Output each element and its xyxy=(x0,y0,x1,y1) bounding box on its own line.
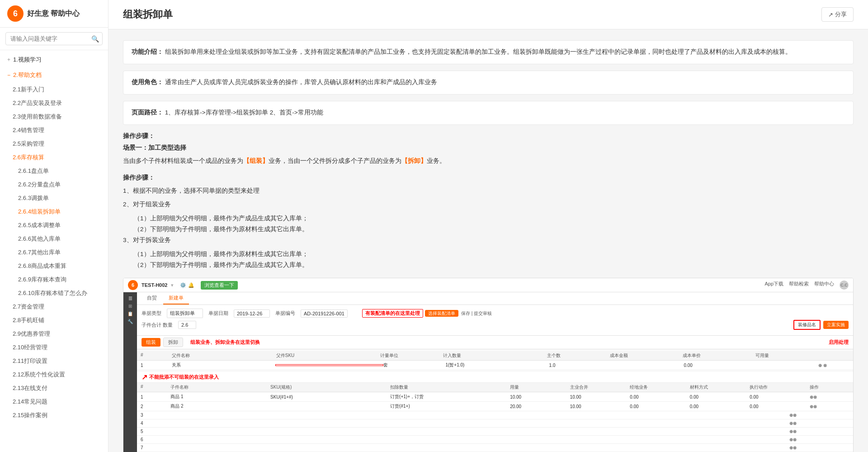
search-box[interactable]: 🔍 xyxy=(0,28,108,50)
sidebar-item-266[interactable]: 2.6.6其他入库单 xyxy=(0,232,108,246)
mock-topbar-icons: ⚙️ 🔔 xyxy=(180,282,194,288)
mock-cr6-op: ⊕⊗ xyxy=(789,437,849,442)
sidebar-item-261[interactable]: 2.6.1盘点单 xyxy=(0,164,108,178)
mock-cr1-main: 10.00 xyxy=(570,395,630,400)
mock-sidebar-icon-4: 🔧 xyxy=(127,319,133,324)
mock-child-row-5: 5 ⊕⊗ xyxy=(137,428,853,436)
mock-form-qty[interactable]: 2.6 xyxy=(178,321,196,329)
mock-cr1-op: ⊕⊗ xyxy=(810,395,849,400)
mock-parent-row-1: 1 关系 套 1(暂+1.0) 1.0 0.00 ⊕ ⊗ xyxy=(137,361,853,370)
sidebar-item-212[interactable]: 2.12系统个性化设置 xyxy=(0,368,108,381)
mock-cr5-idx: 5 xyxy=(141,429,186,434)
nav-group-title-docs[interactable]: − 2.帮助文档 xyxy=(0,67,108,83)
sidebar-item-264[interactable]: 2.6.4组装拆卸单 xyxy=(0,205,108,219)
mock-cr2-main: 10.00 xyxy=(570,404,630,409)
mock-tr-p1-unit: 套 xyxy=(383,362,445,368)
sidebar-item-268[interactable]: 2.6.8商品成本重算 xyxy=(0,259,108,273)
step-2: 2、对于组装业务 xyxy=(123,199,854,210)
sidebar-item-28[interactable]: 2.8手机旺铺 xyxy=(0,314,108,327)
mock-annotation-area1: 有装配清单的在这里处理 选择装配清单 保存 | 提交审核 xyxy=(362,309,492,318)
mock-child-row-3: 3 ⊕⊗ xyxy=(137,411,853,419)
sidebar-item-213[interactable]: 2.13在线支付 xyxy=(0,381,108,395)
sidebar-item-269[interactable]: 2.6.9库存账本查询 xyxy=(0,273,108,286)
mock-tr-p1-sku[interactable] xyxy=(275,364,383,366)
page-title: 组装拆卸单 xyxy=(123,8,173,21)
mock-browse-btn[interactable]: 浏览查看一下 xyxy=(201,281,238,290)
mock-form-type-input[interactable]: 组装拆卸单 xyxy=(167,309,203,318)
mock-tr-p1-mainqty: 1.0 xyxy=(549,363,611,368)
mock-form-row2-label: 子件合计 数量 xyxy=(142,322,173,328)
sidebar-item-22[interactable]: 2.2产品安装及登录 xyxy=(0,96,108,110)
nav-group-title-videos[interactable]: + 1.视频学习 xyxy=(0,52,108,67)
mock-sidebar-icon-1: ☰ xyxy=(128,296,132,301)
mock-th-main-qty: 主个数 xyxy=(547,352,609,359)
mock-child-table-header: # 子件名称 SKU(规格) 扣除数量 用量 主业合并 经地业务 材料方式 执行… xyxy=(137,383,853,392)
mock-link-app[interactable]: App下载 xyxy=(764,281,783,290)
mock-th-ops xyxy=(818,352,849,359)
mock-type-tab-disassemble[interactable]: 拆卸 xyxy=(163,338,183,347)
share-icon: ↗ xyxy=(828,11,833,18)
mock-cr2-deduct: 订货(#1+) xyxy=(390,403,510,409)
mock-cr4-op: ⊕⊗ xyxy=(789,421,849,426)
sidebar-item-211[interactable]: 2.11打印设置 xyxy=(0,354,108,368)
share-button[interactable]: ↗ 分享 xyxy=(821,7,854,22)
sidebar-item-214[interactable]: 2.14常见问题 xyxy=(0,395,108,409)
sidebar-item-27[interactable]: 2.7资金管理 xyxy=(0,300,108,314)
mock-sidebar-icon-3: 📋 xyxy=(127,311,133,316)
search-input[interactable] xyxy=(5,32,103,45)
mock-th-parent-name: 父件名称 xyxy=(172,352,276,359)
step-1: 1、根据不同的业务，选择不同单据的类型来处理 xyxy=(123,186,854,196)
mock-confirm-btn[interactable]: 立案实施 xyxy=(823,321,849,329)
sidebar-item-26[interactable]: 2.6库存核算 xyxy=(0,151,108,164)
mock-link-help[interactable]: 帮助检索 xyxy=(789,281,809,290)
sidebar-item-25[interactable]: 2.5采购管理 xyxy=(0,137,108,151)
mock-cth-sku: SKU(规格) xyxy=(270,384,390,390)
sidebar-item-23[interactable]: 2.3使用前数据准备 xyxy=(0,110,108,124)
mock-type-tab-active[interactable]: 组装 xyxy=(142,338,160,347)
mock-arrow-icon: ↗ xyxy=(142,373,147,381)
mock-sidebar-icon-2: ⊞ xyxy=(128,304,132,309)
mock-cr7-op: ⊕⊗ xyxy=(789,445,849,450)
mock-red-box-input[interactable]: 装修品名 xyxy=(793,320,821,330)
mock-form-num-input[interactable]: AD-20191226-001 xyxy=(301,309,348,318)
nav-prefix-videos: + xyxy=(7,57,10,63)
mock-btn-choose[interactable]: 选择装配清单 xyxy=(425,310,458,317)
mock-th-unit: 计量单位 xyxy=(380,352,443,359)
mock-form-type-label: 单据类型 xyxy=(142,310,161,317)
mock-choose-btn[interactable]: 选择装配清单 xyxy=(425,310,458,317)
sidebar-item-21[interactable]: 2.1新手入门 xyxy=(0,83,108,96)
mock-th-cost: 成本金额 xyxy=(610,352,683,359)
step-3-1: （1）上部明细为父件明细，最终作为原材料生成其它出库单； xyxy=(123,249,854,260)
sidebar-item-263[interactable]: 2.6.3调拨单 xyxy=(0,191,108,205)
step-2-1: （1）上部明细为父件明细，最终作为产成品生成其它入库单； xyxy=(123,213,854,224)
mock-logo-icon: 6 xyxy=(128,280,138,290)
mock-topbar-right: App下载 帮助检索 帮助中心 C.C xyxy=(764,281,849,290)
mock-tab-new[interactable]: 新建单 xyxy=(163,292,189,305)
sidebar-item-215[interactable]: 2.15操作案例 xyxy=(0,409,108,422)
mock-cr2-idx: 2 xyxy=(141,404,170,409)
sidebar-item-2610[interactable]: 2.6.10库存账本错了怎么办 xyxy=(0,286,108,300)
sidebar-item-262[interactable]: 2.6.2分量盘点单 xyxy=(0,178,108,191)
mock-cth-op: 操作 xyxy=(810,384,849,390)
sidebar-item-24[interactable]: 2.4销售管理 xyxy=(0,124,108,137)
mock-annotation-3: 启用处理 xyxy=(829,339,849,346)
mock-link-center[interactable]: 帮助中心 xyxy=(814,281,834,290)
mock-sidebar-strip: ☰ ⊞ 📋 🔧 xyxy=(123,292,137,452)
sidebar-item-210[interactable]: 2.10经营管理 xyxy=(0,341,108,354)
nav-sub-items-docs: 2.1新手入门 2.2产品安装及登录 2.3使用前数据准备 2.4销售管理 2.… xyxy=(0,83,108,422)
sidebar: 6 好生意 帮助中心 🔍 + 1.视频学习 − 2.帮助文档 2.1新手入门 2… xyxy=(0,0,108,452)
mock-cr2-name: 商品 2 xyxy=(170,403,270,409)
role-label: 使用角色： xyxy=(132,79,163,86)
sidebar-item-29[interactable]: 2.9优惠券管理 xyxy=(0,327,108,341)
sidebar-item-267[interactable]: 2.6.7其他出库单 xyxy=(0,246,108,259)
mock-cr3-idx: 3 xyxy=(141,413,186,418)
mock-tab-ziyou[interactable]: 自贸 xyxy=(142,292,162,305)
mock-th-unit-cost: 成本单价 xyxy=(683,352,755,359)
sidebar-item-265[interactable]: 2.6.5成本调整单 xyxy=(0,219,108,232)
mock-form-date-input[interactable]: 2019-12-26 xyxy=(234,309,270,318)
mock-form-num-label: 单据编号 xyxy=(275,310,295,317)
mock-parent-table-header: # 父件名称 父件SKU 计量单位 计入数量 主个数 成本金额 成本单价 可用量 xyxy=(137,351,853,361)
mock-type-area: 组装 拆卸 组装业务、拆卸业务在这里切换 启用处理 xyxy=(137,336,853,349)
intro-text: 组装拆卸单用来处理企业组装或拆卸等加工业务，支持有固定装配清单的产品加工业务，也… xyxy=(165,48,792,55)
mock-cth-method: 材料方式 xyxy=(690,384,750,390)
